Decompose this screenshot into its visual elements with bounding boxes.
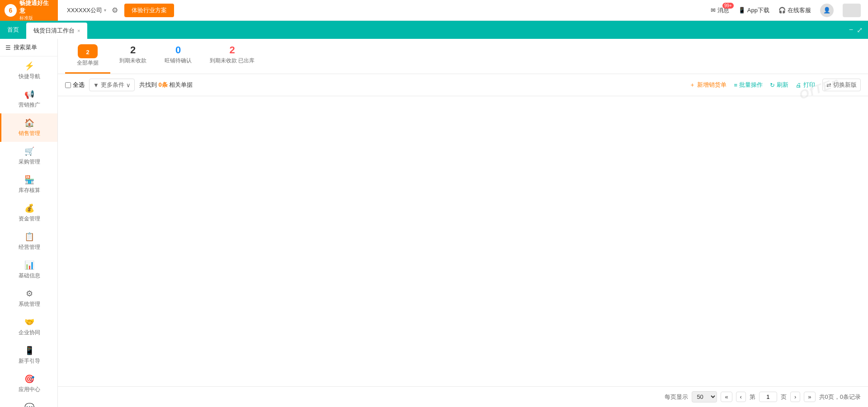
sidebar-item-inventory[interactable]: 🏪 库存核算 bbox=[0, 170, 57, 199]
avatar[interactable]: 👤 bbox=[820, 4, 834, 17]
guide-icon: 📱 bbox=[24, 346, 34, 356]
page-number-input[interactable] bbox=[759, 392, 777, 402]
pagination: 每页显示 50 100 200 « ‹ 第 页 › » 共0页，0条记录 bbox=[58, 386, 868, 407]
sidebar-item-operations[interactable]: 📋 经营管理 bbox=[0, 227, 57, 256]
app-download-button[interactable]: 📱 App下载 bbox=[738, 6, 769, 14]
filter-button[interactable]: ▼ 更多条件 ∨ bbox=[89, 79, 135, 91]
toolbar-left: 全选 ▼ 更多条件 ∨ 共找到 0条 相关单据 bbox=[65, 79, 193, 91]
search-menu-item[interactable]: ☰ 搜索菜单 bbox=[0, 39, 57, 56]
next-page-button[interactable]: › bbox=[790, 392, 800, 402]
finance-icon: 💰 bbox=[24, 203, 34, 213]
stat-tab-shipped[interactable]: 2 到期未收款 已出库 bbox=[201, 39, 264, 74]
refresh-label: 刷新 bbox=[777, 81, 788, 89]
sidebar-item-quick-nav[interactable]: ⚡ 快捷导航 bbox=[0, 56, 57, 85]
print-button[interactable]: 🖨 打印 bbox=[796, 81, 815, 89]
enterprise-label: 企业协同 bbox=[19, 329, 40, 337]
message-icon: ✉ bbox=[711, 7, 716, 14]
system-icon: ⚙ bbox=[26, 289, 33, 299]
sidebar-item-sales[interactable]: 🏠 销售管理 bbox=[0, 113, 57, 142]
filter-arrow-icon: ∨ bbox=[126, 82, 131, 89]
marketing-label: 营销推广 bbox=[19, 101, 40, 109]
toolbar: 全选 ▼ 更多条件 ∨ 共找到 0条 相关单据 ＋ 新增销货单 ≡ bbox=[58, 74, 868, 96]
sidebar: ☰ 搜索菜单 ⚡ 快捷导航 📢 营销推广 🏠 销售管理 🛒 采购管理 🏪 库存核… bbox=[0, 39, 58, 407]
tab-active[interactable]: 钱货日清工作台 × bbox=[26, 23, 87, 39]
select-all-checkbox[interactable]: 全选 bbox=[65, 81, 85, 89]
refresh-button[interactable]: ↻ 刷新 bbox=[770, 81, 788, 89]
print-label: 打印 bbox=[803, 81, 815, 89]
app-download-label: App下载 bbox=[747, 6, 769, 14]
select-all-input[interactable] bbox=[65, 82, 71, 88]
stat-num-overdue: 2 bbox=[130, 44, 136, 56]
user-profile-area[interactable] bbox=[843, 4, 861, 17]
new-sales-order-button[interactable]: ＋ 新增销货单 bbox=[689, 81, 726, 89]
avatar-icon: 👤 bbox=[823, 7, 830, 14]
sales-label: 销售管理 bbox=[19, 130, 40, 137]
sidebar-item-marketing[interactable]: 📢 营销推广 bbox=[0, 85, 57, 113]
logo-area: 6 畅捷通好生意 标准版 bbox=[0, 0, 58, 21]
stat-label-shipped: 到期未收款 已出库 bbox=[210, 57, 255, 65]
service-icon: 🎧 bbox=[778, 7, 786, 14]
settings-icon[interactable]: ⚙ bbox=[112, 6, 118, 14]
tab-minimize-btn[interactable]: − bbox=[849, 26, 853, 34]
online-service-label: 在线客服 bbox=[788, 6, 811, 14]
print-icon: 🖨 bbox=[796, 82, 802, 89]
sidebar-item-purchase[interactable]: 🛒 采购管理 bbox=[0, 142, 57, 170]
stat-num-shipped: 2 bbox=[230, 44, 235, 56]
online-service-button[interactable]: 🎧 在线客服 bbox=[778, 6, 811, 14]
last-page-button[interactable]: » bbox=[804, 392, 815, 402]
trial-button[interactable]: 体验行业方案 bbox=[124, 4, 174, 17]
sidebar-item-guide[interactable]: 📱 新手引导 bbox=[0, 341, 57, 370]
found-count: 0条 bbox=[159, 81, 168, 88]
main-layout: ☰ 搜索菜单 ⚡ 快捷导航 📢 营销推广 🏠 销售管理 🛒 采购管理 🏪 库存核… bbox=[0, 39, 868, 407]
switch-label: 切换新版 bbox=[833, 81, 857, 89]
filter-label: 更多条件 bbox=[101, 81, 124, 89]
stat-tab-all[interactable]: 2 全部单据 bbox=[65, 39, 110, 74]
found-text: 共找到 0条 相关单据 bbox=[139, 81, 193, 89]
sales-icon: 🏠 bbox=[24, 118, 34, 128]
stats-tabs: 2 全部单据 2 到期未收款 0 旺铺待确认 2 到期未收款 已出库 bbox=[58, 39, 868, 74]
tab-expand-btn[interactable]: ⤢ bbox=[857, 26, 863, 34]
purchase-label: 采购管理 bbox=[19, 158, 40, 166]
app-center-icon: 🎯 bbox=[24, 374, 34, 384]
sidebar-item-app-center[interactable]: 🎯 应用中心 bbox=[0, 370, 57, 398]
tab-bar-actions: − ⤢ bbox=[849, 26, 868, 34]
brand-name: 畅捷通好生意 bbox=[19, 0, 53, 15]
sidebar-item-basic-info[interactable]: 📊 基础信息 bbox=[0, 256, 57, 284]
sidebar-item-wechat[interactable]: 💬 企业微信 bbox=[0, 398, 57, 407]
stat-label-all: 全部单据 bbox=[77, 59, 99, 67]
marketing-icon: 📢 bbox=[24, 89, 34, 99]
stat-tab-pending[interactable]: 0 旺铺待确认 bbox=[156, 39, 201, 74]
wechat-icon: 💬 bbox=[24, 402, 34, 407]
company-selector[interactable]: XXXXXX公司 ▾ bbox=[67, 6, 106, 14]
tab-close-icon[interactable]: × bbox=[77, 28, 80, 33]
stat-label-pending: 旺铺待确认 bbox=[165, 57, 192, 65]
switch-version-button[interactable]: ⇄ 切换新版 bbox=[822, 79, 861, 91]
per-page-label: 每页显示 bbox=[665, 393, 688, 401]
sidebar-item-enterprise[interactable]: 🤝 企业协同 bbox=[0, 313, 57, 341]
batch-operation-button[interactable]: ≡ 批量操作 bbox=[734, 81, 763, 89]
version-label: 标准版 bbox=[19, 15, 53, 21]
switch-icon: ⇄ bbox=[826, 82, 831, 89]
system-label: 系统管理 bbox=[19, 300, 40, 308]
sidebar-item-system[interactable]: ⚙ 系统管理 bbox=[0, 284, 57, 313]
message-button[interactable]: ✉ 消息 99+ bbox=[711, 6, 729, 14]
stat-tab-overdue[interactable]: 2 到期未收款 bbox=[110, 39, 156, 74]
search-menu-label: 搜索菜单 bbox=[14, 43, 37, 51]
toolbar-right: ＋ 新增销货单 ≡ 批量操作 ↻ 刷新 🖨 打印 ⇄ 切换新版 bbox=[689, 79, 861, 91]
company-arrow-icon: ▾ bbox=[104, 8, 106, 13]
finance-label: 资金管理 bbox=[19, 215, 40, 223]
prev-page-button[interactable]: ‹ bbox=[736, 392, 746, 402]
table-area bbox=[58, 96, 868, 386]
inventory-label: 库存核算 bbox=[19, 187, 40, 194]
per-page-select[interactable]: 50 100 200 bbox=[692, 391, 717, 402]
basic-info-icon: 📊 bbox=[24, 260, 34, 270]
operations-icon: 📋 bbox=[24, 232, 34, 242]
first-page-button[interactable]: « bbox=[721, 392, 732, 402]
tab-home[interactable]: 首页 bbox=[0, 21, 26, 39]
stat-num-all: 2 bbox=[78, 44, 97, 58]
operations-label: 经营管理 bbox=[19, 243, 40, 251]
sidebar-item-finance[interactable]: 💰 资金管理 bbox=[0, 199, 57, 227]
enterprise-icon: 🤝 bbox=[24, 317, 34, 327]
batch-icon: ≡ bbox=[734, 82, 737, 89]
new-label: 新增销货单 bbox=[697, 81, 726, 89]
